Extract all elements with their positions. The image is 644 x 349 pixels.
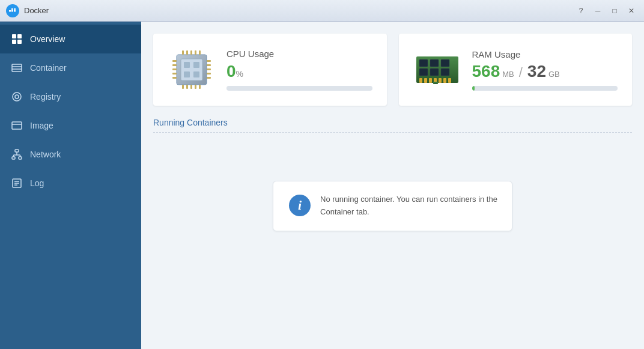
sidebar-item-overview[interactable]: Overview	[0, 25, 141, 53]
ram-used: 568	[472, 62, 500, 81]
ram-used-unit: MB	[502, 70, 514, 79]
svg-rect-19	[19, 157, 22, 159]
title-bar-left: Docker	[6, 4, 49, 17]
svg-rect-52	[184, 71, 190, 77]
sidebar-item-image[interactable]: Image	[0, 111, 141, 140]
svg-rect-49	[199, 85, 201, 89]
svg-rect-68	[441, 68, 449, 76]
content-area: CPU Usage 0%	[141, 22, 644, 349]
ram-stat-info: RAM Usage 568MB / 32GB	[472, 49, 618, 91]
registry-icon	[11, 91, 23, 103]
svg-rect-17	[15, 150, 19, 152]
svg-rect-5	[14, 8, 16, 10]
svg-rect-51	[193, 62, 199, 68]
svg-rect-38	[207, 73, 211, 74]
sidebar-item-log-label: Log	[30, 178, 44, 188]
svg-rect-34	[172, 77, 177, 79]
network-icon	[11, 148, 23, 160]
svg-rect-67	[430, 68, 439, 76]
svg-rect-40	[182, 50, 184, 55]
svg-rect-36	[207, 64, 211, 66]
svg-rect-37	[207, 68, 211, 70]
ram-total-unit: GB	[548, 70, 560, 79]
svg-point-13	[13, 93, 21, 101]
ram-total: 32	[527, 62, 546, 81]
cpu-progress-bar	[226, 86, 372, 91]
svg-rect-41	[186, 50, 188, 55]
cpu-title: CPU Usage	[226, 49, 372, 59]
title-bar: Docker ? ─ □ ✕	[0, 0, 644, 22]
svg-rect-56	[424, 78, 427, 83]
svg-rect-10	[12, 64, 22, 71]
cpu-value: 0%	[226, 61, 372, 82]
svg-rect-66	[419, 68, 428, 76]
svg-rect-31	[172, 64, 177, 66]
svg-rect-30	[172, 60, 177, 62]
sidebar: Overview Container Registry	[0, 22, 141, 349]
empty-message-line2: Container tab.	[320, 207, 369, 216]
sidebar-item-container[interactable]: Container	[0, 53, 141, 82]
svg-rect-45	[182, 85, 184, 89]
close-button[interactable]: ✕	[625, 4, 638, 17]
svg-rect-48	[195, 85, 196, 89]
sidebar-item-log[interactable]: Log	[0, 169, 141, 198]
sidebar-item-image-label: Image	[30, 121, 53, 130]
container-icon	[11, 62, 23, 74]
svg-rect-63	[419, 59, 428, 67]
ram-icon	[413, 46, 461, 94]
running-containers-title: Running Containers	[153, 118, 632, 133]
log-icon	[11, 177, 23, 189]
ram-stat-card: RAM Usage 568MB / 32GB	[399, 34, 633, 106]
svg-rect-44	[199, 50, 201, 55]
sidebar-item-overview-label: Overview	[30, 34, 65, 44]
svg-rect-57	[429, 78, 432, 83]
svg-rect-32	[172, 68, 177, 70]
cpu-stat-info: CPU Usage 0%	[226, 49, 372, 91]
svg-rect-50	[184, 62, 190, 68]
cpu-stat-card: CPU Usage 0%	[153, 34, 387, 106]
empty-state: i No running container. You can run cont…	[153, 145, 632, 267]
main-layout: Overview Container Registry	[0, 22, 644, 349]
cpu-number: 0	[226, 62, 236, 80]
docker-logo-icon	[6, 4, 19, 17]
sidebar-item-registry-label: Registry	[30, 92, 61, 102]
svg-rect-35	[207, 60, 211, 62]
svg-rect-1	[9, 10, 11, 12]
help-button[interactable]: ?	[574, 4, 588, 17]
info-box: i No running container. You can run cont…	[273, 181, 512, 231]
image-icon	[11, 120, 23, 132]
svg-rect-33	[172, 73, 177, 74]
svg-rect-55	[419, 78, 422, 83]
svg-rect-43	[195, 50, 196, 55]
ram-progress-fill	[472, 86, 475, 91]
svg-rect-53	[193, 71, 199, 77]
stats-row: CPU Usage 0%	[153, 34, 632, 106]
svg-rect-47	[190, 85, 192, 89]
ram-progress-bar	[472, 86, 618, 91]
app-title: Docker	[24, 6, 49, 15]
cpu-icon	[168, 46, 216, 94]
svg-rect-8	[12, 40, 16, 44]
empty-message-line1: No running container. You can run contai…	[320, 195, 497, 204]
svg-rect-42	[190, 50, 192, 55]
sidebar-item-network[interactable]: Network	[0, 140, 141, 169]
svg-rect-65	[441, 59, 449, 67]
ram-title: RAM Usage	[472, 49, 618, 59]
svg-rect-18	[12, 157, 15, 159]
info-text: No running container. You can run contai…	[320, 193, 497, 219]
sidebar-item-registry[interactable]: Registry	[0, 82, 141, 111]
minimize-button[interactable]: ─	[591, 4, 604, 17]
svg-text:i: i	[298, 198, 302, 213]
cpu-unit: %	[236, 69, 243, 79]
svg-rect-61	[448, 78, 451, 83]
svg-rect-62	[433, 82, 438, 84]
svg-rect-39	[207, 77, 211, 79]
restore-button[interactable]: □	[608, 4, 621, 17]
svg-rect-3	[14, 10, 16, 12]
sidebar-item-container-label: Container	[30, 63, 67, 73]
svg-rect-6	[12, 34, 16, 38]
svg-rect-60	[443, 78, 446, 83]
svg-rect-15	[12, 122, 22, 129]
overview-icon	[11, 33, 23, 45]
svg-rect-9	[17, 40, 22, 44]
